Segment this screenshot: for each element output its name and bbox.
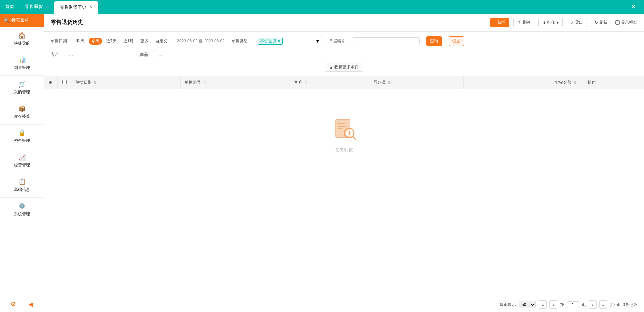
chart-icon: 📊 <box>18 56 26 64</box>
delete-button[interactable]: 🗑 删除 <box>513 18 534 27</box>
select-all-checkbox[interactable] <box>62 80 67 84</box>
lock-icon: 🔒 <box>18 129 26 137</box>
header-actions: + 新增 🗑 删除 🖨 打印 ▾ ↗ 导出 ↻ 刷新 <box>490 18 637 27</box>
total-records-text: 共0页, 0条记录 <box>610 302 637 308</box>
last-page-button[interactable]: » <box>599 300 607 309</box>
export-icon: ↗ <box>570 20 574 25</box>
date-btn-more[interactable]: 更多 <box>138 38 151 45</box>
table-wrapper: ⚙ 单据日期 ⇅ 单据编号 ⇅ <box>44 76 644 180</box>
refresh-icon: ↻ <box>595 20 598 25</box>
print-button[interactable]: 🖨 打印 ▾ <box>538 18 563 27</box>
tab-retail-return-label: 零售退货 <box>25 4 43 10</box>
th-checkbox[interactable] <box>57 76 71 89</box>
date-btn-custom[interactable]: 自定义 <box>152 38 170 45</box>
tab-retail-return-close[interactable]: ✕ <box>46 5 49 9</box>
th-action-label: 操作 <box>588 80 596 85</box>
th-settings[interactable]: ⚙ <box>44 76 57 89</box>
collapse-button[interactable]: ▲ 收起更多条件 <box>325 63 363 72</box>
goods-filter-label: 商品 <box>140 52 148 58</box>
th-guide: 导购员 ⇅ <box>369 76 463 89</box>
collapse-label: 收起更多条件 <box>334 64 359 70</box>
sidebar-search[interactable]: 🔍 搜索菜单 <box>0 14 44 27</box>
show-detail-checkbox-label[interactable]: 显示明细 <box>615 20 637 25</box>
voucher-type-dropdown-icon: ▾ <box>316 38 319 44</box>
show-detail-checkbox[interactable] <box>615 20 620 25</box>
customer-placeholder: ... <box>69 51 73 58</box>
tab-retail-return-history-close[interactable]: ✕ <box>90 5 93 10</box>
customer-select[interactable]: ... <box>66 50 133 59</box>
query-button[interactable]: 查询 <box>426 36 442 46</box>
voucher-no-input[interactable] <box>352 37 420 45</box>
voucher-type-tag: 零售退货 ✕ <box>258 38 283 45</box>
sidebar-settings-button[interactable]: ⚙ <box>10 300 16 308</box>
delete-icon: 🗑 <box>517 20 521 25</box>
window-close-button[interactable]: ✕ <box>628 2 639 12</box>
settings-icon: ⚙ <box>49 80 52 85</box>
date-btn-1month[interactable]: 近1月 <box>121 38 137 45</box>
svg-rect-1 <box>337 123 345 124</box>
current-page-input[interactable] <box>567 301 579 308</box>
per-page-select[interactable]: 10 20 50 100 <box>519 301 536 308</box>
voucher-type-select[interactable]: 零售退货 ✕ ▾ <box>255 36 322 46</box>
th-number: 单据编号 ⇅ <box>181 76 290 89</box>
refresh-label: 刷新 <box>599 20 607 25</box>
sidebar-item-operations[interactable]: 📈 经营管理 <box>0 149 44 173</box>
per-page-label: 每页显示 <box>500 302 516 308</box>
export-button[interactable]: ↗ 导出 <box>567 18 587 27</box>
date-btn-7days[interactable]: 近7天 <box>103 38 119 45</box>
date-range-display: 2023-06-02 至 2023-06-02 <box>177 38 224 44</box>
pagination-bar: 每页显示 10 20 50 100 « ‹ 第 页 › » 共0页, 0条记录 <box>44 297 644 312</box>
filter-area: 单据日期 昨天 今天 近7天 近1月 更多 自定义 2023-06-02 至 2… <box>44 32 644 76</box>
sidebar-item-basic-info-label: 基础信息 <box>14 187 30 193</box>
page-label-suffix: 页 <box>582 302 586 308</box>
voucher-type-tag-value: 零售退货 <box>260 38 276 44</box>
th-date-label: 单据日期 <box>75 80 92 85</box>
sidebar: 🔍 搜索菜单 🏠 快捷导航 📊 销售管理 🛒 采购管理 📦 库存核算 🔒 资金管… <box>0 14 44 312</box>
page-label-prefix: 第 <box>560 302 564 308</box>
filter-settings-button[interactable]: 设置 <box>449 36 464 46</box>
sidebar-item-purchase[interactable]: 🛒 采购管理 <box>0 76 44 100</box>
th-guide-label: 导购员 <box>374 80 386 85</box>
date-btn-today[interactable]: 今天 <box>89 38 102 45</box>
clipboard-icon: 📋 <box>18 178 26 185</box>
sidebar-menu-button[interactable]: ◀ <box>28 300 33 308</box>
th-customer: 客户 ⇅ <box>290 76 369 89</box>
sidebar-item-quick-nav[interactable]: 🏠 快捷导航 <box>0 27 44 51</box>
page-header: 零售退货历史 + 新增 🗑 删除 🖨 打印 ▾ ↗ 导出 ↻ <box>44 14 644 32</box>
date-btn-yesterday[interactable]: 昨天 <box>74 38 87 45</box>
goods-placeholder: ... <box>158 51 162 58</box>
first-page-button[interactable]: « <box>539 300 547 309</box>
tab-retail-return-history[interactable]: 零售退货历史 ✕ <box>54 1 98 14</box>
amount-sort-icon[interactable]: ⇅ <box>574 81 576 84</box>
goods-select[interactable]: ... <box>155 50 222 59</box>
empty-state: 暂无数据 <box>44 89 644 180</box>
empty-text: 暂无数据 <box>335 147 353 153</box>
filter-row-2: 客户 ... 商品 ... <box>51 50 637 59</box>
date-sort-icon[interactable]: ⇅ <box>94 81 96 84</box>
page-title: 零售退货历史 <box>51 19 83 26</box>
sidebar-item-inventory-label: 库存核算 <box>14 114 30 119</box>
next-page-button[interactable]: › <box>589 300 597 309</box>
top-bar: 首页 零售退货 ✕ 零售退货历史 ✕ ✕ <box>0 0 644 14</box>
sidebar-item-system[interactable]: ⚙️ 系统管理 <box>0 198 44 222</box>
sidebar-item-sales[interactable]: 📊 销售管理 <box>0 51 44 76</box>
empty-icon <box>331 116 358 143</box>
voucher-type-tag-close[interactable]: ✕ <box>278 39 280 43</box>
tab-retail-return[interactable]: 零售退货 ✕ <box>20 0 54 14</box>
tab-home[interactable]: 首页 <box>0 0 20 14</box>
home-icon: 🏠 <box>18 32 26 39</box>
print-label: 打印 <box>547 20 555 25</box>
sidebar-item-inventory[interactable]: 📦 库存核算 <box>0 100 44 125</box>
sidebar-item-basic-info[interactable]: 📋 基础信息 <box>0 173 44 198</box>
guide-sort-icon[interactable]: ⇅ <box>388 81 390 84</box>
number-sort-icon[interactable]: ⇅ <box>203 81 206 84</box>
th-amount: 实销金额 ⇅ <box>464 76 583 89</box>
prev-page-button[interactable]: ‹ <box>549 300 557 309</box>
new-button[interactable]: + 新增 <box>490 18 509 27</box>
customer-sort-icon[interactable]: ⇅ <box>304 81 307 84</box>
sidebar-item-finance[interactable]: 🔒 资金管理 <box>0 125 44 149</box>
delete-label: 删除 <box>522 20 530 25</box>
refresh-button[interactable]: ↻ 刷新 <box>591 18 611 27</box>
th-action: 操作 <box>583 76 644 89</box>
collapse-icon: ▲ <box>329 65 333 70</box>
